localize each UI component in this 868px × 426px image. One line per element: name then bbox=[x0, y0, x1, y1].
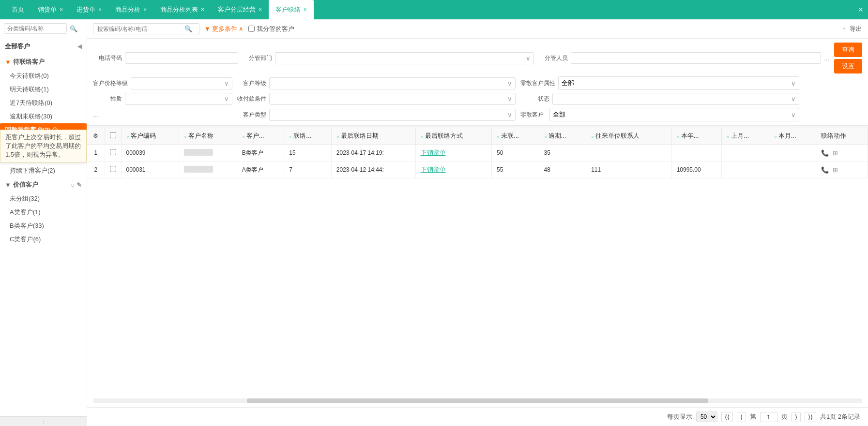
sidebar-item-class-a[interactable]: A类客户(1) bbox=[0, 206, 87, 219]
person-dots[interactable]: ... bbox=[824, 55, 829, 62]
my-customers-checkbox[interactable]: 我分管的客户 bbox=[248, 25, 294, 33]
value-arrow-icon: ▼ bbox=[5, 181, 11, 189]
status-select[interactable]: ∨ bbox=[552, 93, 799, 105]
page-suffix: 页 bbox=[781, 412, 788, 421]
row2-this-year: 10995.00 bbox=[671, 162, 722, 178]
row1-last-method[interactable]: 下销货单 bbox=[415, 145, 492, 162]
page-first-button[interactable]: ⟨⟨ bbox=[721, 412, 733, 422]
nav-analysis[interactable]: 商品分析 × bbox=[108, 0, 153, 19]
query-button[interactable]: 查询 bbox=[834, 43, 862, 57]
toolbar-search-input[interactable] bbox=[97, 26, 184, 32]
price-grade-select[interactable]: ∨ bbox=[131, 77, 232, 89]
cust-grade-select[interactable]: ∨ bbox=[269, 77, 516, 89]
filter-status: 状态 ∨ bbox=[520, 93, 799, 105]
page-prev-button[interactable]: ⟨ bbox=[737, 412, 746, 422]
col-type-sort-icon[interactable]: ⬦ bbox=[242, 133, 245, 139]
page-next-button[interactable]: ⟩ bbox=[792, 412, 801, 422]
col-code-sort-icon[interactable]: ⬦ bbox=[126, 133, 129, 139]
col-month-sort-icon[interactable]: ⬦ bbox=[774, 133, 777, 139]
main-layout: 🔍 全部客户 ◀ ▼ 待联络客户 今天待联络(0) 明天待联络(1) 近7天待联… bbox=[0, 19, 868, 426]
table-row: 1 000039 B类客户 15 2023-04-17 14:19: 下销货单 … bbox=[87, 145, 868, 162]
sidebar-resize-handle[interactable]: ⋮ bbox=[0, 416, 87, 426]
close-analysis-list-icon[interactable]: × bbox=[201, 6, 204, 13]
payment-select[interactable]: ∨ bbox=[269, 93, 516, 105]
row2-action-phone-icon[interactable]: 📞 bbox=[821, 166, 829, 174]
pending-arrow-icon: ▼ bbox=[5, 59, 11, 66]
col-contact-sort-icon[interactable]: ⬦ bbox=[289, 133, 292, 139]
page-number-input[interactable] bbox=[760, 412, 777, 422]
sidebar-item-overdue[interactable]: 逾期未联络(30) bbox=[0, 110, 87, 123]
phone-input[interactable] bbox=[125, 52, 238, 64]
sidebar-item-today[interactable]: 今天待联络(0) bbox=[0, 69, 87, 83]
col-overdue-sort-icon[interactable]: ⬦ bbox=[544, 133, 547, 139]
row2-overdue: 48 bbox=[539, 162, 586, 178]
col-gear[interactable]: ⚙ bbox=[87, 128, 105, 145]
more-conditions-button[interactable]: ▼ 更多条件 ∧ bbox=[204, 25, 244, 33]
row2-code: 000031 bbox=[121, 162, 179, 178]
sidebar-item-declining[interactable]: 持续下滑客户(2) bbox=[0, 164, 87, 177]
sidebar-pending-group[interactable]: ▼ 待联络客户 bbox=[0, 55, 87, 69]
col-lmonth-sort-icon[interactable]: ⬦ bbox=[727, 133, 730, 139]
close-contact-icon[interactable]: × bbox=[304, 6, 307, 13]
toolbar-search-box[interactable]: 🔍 bbox=[93, 23, 199, 34]
sidebar-value-group[interactable]: ▼ 价值客户 ○ ✎ bbox=[0, 177, 87, 192]
row2-checkbox[interactable] bbox=[105, 162, 121, 178]
gender-select[interactable]: ∨ bbox=[125, 93, 232, 105]
row2-partner: 111 bbox=[586, 162, 672, 178]
sidebar-item-7days[interactable]: 近7天待联络(0) bbox=[0, 96, 87, 110]
row1-check[interactable] bbox=[110, 149, 116, 155]
nav-sales[interactable]: 销货单 × bbox=[31, 0, 70, 19]
close-analysis-icon[interactable]: × bbox=[143, 6, 147, 13]
nav-purchase[interactable]: 进货单 × bbox=[70, 0, 108, 19]
row1-action-grid-icon[interactable]: ⊞ bbox=[833, 149, 838, 157]
row1-action-phone-icon[interactable]: 📞 bbox=[821, 149, 829, 157]
row2-check[interactable] bbox=[110, 166, 116, 172]
export-button[interactable]: ↑ 导出 bbox=[843, 25, 863, 33]
sidebar-item-class-c[interactable]: C类客户(6) bbox=[0, 233, 87, 246]
retail-attr-select[interactable]: 全部 ∨ bbox=[558, 76, 799, 90]
page-last-button[interactable]: ⟩⟩ bbox=[805, 412, 816, 422]
horizontal-scrollbar-thumb[interactable] bbox=[247, 398, 708, 403]
person-input[interactable] bbox=[571, 52, 822, 64]
close-purchase-icon[interactable]: × bbox=[98, 6, 102, 13]
sidebar-item-tomorrow[interactable]: 明天待联络(1) bbox=[0, 83, 87, 96]
col-last-contact-date: ⬦ 最后联络日期 bbox=[331, 128, 415, 145]
toolbar-search-icon[interactable]: 🔍 bbox=[184, 25, 192, 32]
horizontal-scrollbar-track[interactable] bbox=[93, 398, 862, 403]
sidebar-search-input[interactable] bbox=[4, 23, 67, 34]
my-customers-check[interactable] bbox=[248, 26, 255, 32]
set-button[interactable]: 设置 bbox=[834, 59, 862, 73]
sidebar-search-icon[interactable]: 🔍 bbox=[70, 25, 77, 32]
dept-select[interactable]: ∨ bbox=[275, 52, 533, 64]
col-date-sort-icon[interactable]: ⬦ bbox=[336, 133, 339, 139]
edit-value-group-icon[interactable]: ○ bbox=[71, 181, 75, 189]
nav-analysis-list[interactable]: 商品分析列表 × bbox=[153, 0, 211, 19]
col-name-sort-icon[interactable]: ⬦ bbox=[184, 133, 187, 139]
nav-customer-contact[interactable]: 客户联络 × bbox=[269, 0, 314, 19]
row2-action-grid-icon[interactable]: ⊞ bbox=[833, 166, 838, 174]
row4-dots[interactable]: ... bbox=[93, 111, 98, 118]
close-segment-icon[interactable]: × bbox=[259, 6, 262, 13]
row1-checkbox[interactable] bbox=[105, 145, 121, 162]
nav-customer-segment[interactable]: 客户分层经营 × bbox=[211, 0, 269, 19]
retail-cust-select[interactable]: 全部 ∨ bbox=[549, 108, 799, 121]
sidebar-item-ungroup[interactable]: 未分组(32) bbox=[0, 192, 87, 206]
col-partner-sort-icon[interactable]: ⬦ bbox=[591, 133, 594, 139]
pagination-bar: 每页显示 50 ⟨⟨ ⟨ 第 页 ⟩ ⟩⟩ 共1页 2条记录 bbox=[87, 407, 868, 426]
filter-retail-cust: 零散客户 全部 ∨ bbox=[520, 108, 799, 121]
row2-last-method[interactable]: 下销货单 bbox=[415, 162, 492, 178]
nav-home[interactable]: 首页 bbox=[5, 0, 31, 19]
col-method-sort-icon[interactable]: ⬦ bbox=[421, 133, 424, 139]
col-checkbox[interactable] bbox=[105, 128, 121, 145]
col-uncontact-sort-icon[interactable]: ⬦ bbox=[497, 133, 500, 139]
col-year-sort-icon[interactable]: ⬦ bbox=[677, 133, 680, 139]
window-close-button[interactable]: × bbox=[858, 5, 863, 15]
select-all-checkbox[interactable] bbox=[110, 132, 116, 138]
close-sales-icon[interactable]: × bbox=[60, 6, 63, 13]
cust-type-select[interactable]: ∨ bbox=[269, 109, 516, 121]
sidebar-item-class-b[interactable]: B类客户(33) bbox=[0, 219, 87, 233]
customer-table: ⚙ ⬦ 客户编码 ⬦ 客户名称 bbox=[87, 128, 868, 178]
sidebar-all-customers[interactable]: 全部客户 ◀ bbox=[0, 38, 87, 55]
settings-value-group-icon[interactable]: ✎ bbox=[76, 181, 82, 189]
per-page-select[interactable]: 50 bbox=[696, 411, 717, 422]
